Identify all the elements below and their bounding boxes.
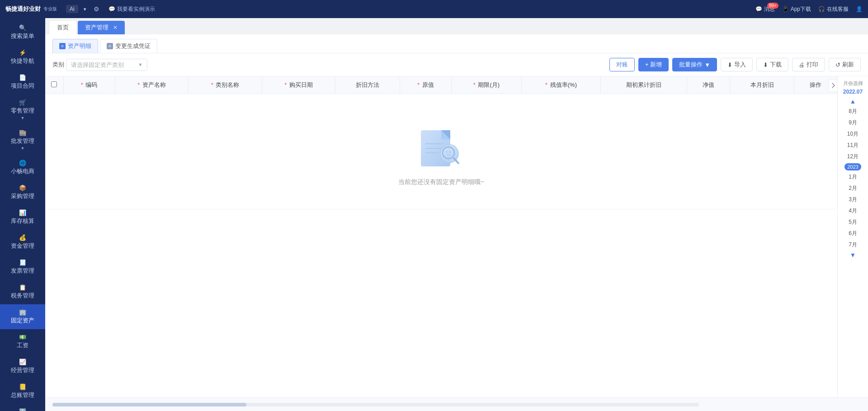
month-panel-up-button[interactable]: ▲ (850, 98, 856, 105)
month-item-7[interactable]: 7月 (838, 239, 868, 250)
message-button[interactable]: 💬 消息 99+ (755, 5, 775, 13)
chevron-down-icon: ▼ (21, 116, 25, 120)
category-label: 类别 (52, 61, 64, 69)
page-content: ≡ 资产明细 ≡ 变更生成凭证 类别 请选择固定资产类别 ▼ (45, 34, 868, 411)
purchase-icon: 📦 (19, 184, 26, 191)
month-item-1[interactable]: 1月 (838, 171, 868, 183)
sidebar-item-fund[interactable]: 💰 资金管理 (0, 230, 45, 255)
ecommerce-icon: 🌐 (19, 160, 26, 166)
horizontal-scrollbar[interactable] (52, 403, 699, 406)
month-item-8[interactable]: 8月 (838, 106, 868, 117)
operation-icon: 📈 (19, 359, 26, 365)
voucher-icon: ≡ (107, 43, 113, 49)
headset-icon: 🎧 (818, 6, 825, 12)
refresh-icon: ↺ (835, 61, 840, 68)
col-period-months: * 期限(月) (452, 76, 521, 94)
tax-icon: 📋 (19, 284, 26, 291)
search-icon: 🔍 (19, 24, 26, 31)
top-bar-right: 💬 消息 99+ 📱 App下载 🎧 在线客服 👤 (755, 5, 863, 13)
sidebar-item-label: 项目合同 (11, 82, 34, 90)
empty-state-row: 当前您还没有固定资产明细哦~ (45, 94, 837, 209)
col-asset-name: * 资产名称 (115, 76, 188, 94)
tab-bar: 首页 资产管理 ✕ (45, 18, 868, 34)
scrollbar-thumb[interactable] (52, 403, 246, 406)
user-avatar[interactable]: 👤 (856, 6, 863, 12)
month-panel: 月份选择 2022.07 ▲ 8月 9月 10月 11月 12月 2023 1月… (837, 76, 868, 397)
demo-link[interactable]: 💬 我要看实例演示 (108, 5, 155, 13)
month-item-9[interactable]: 9月 (838, 117, 868, 128)
wholesale-icon: 🏬 (19, 129, 26, 136)
sidebar-item-operation[interactable]: 📈 经营管理 (0, 354, 45, 379)
sub-tab-asset-detail[interactable]: ≡ 资产明细 (52, 39, 98, 53)
sub-tab-change-voucher[interactable]: ≡ 变更生成凭证 (100, 39, 157, 53)
sidebar-item-ledger[interactable]: 📒 总账管理 (0, 379, 45, 404)
demo-icon: 💬 (108, 6, 115, 12)
month-item-6[interactable]: 6月 (838, 228, 868, 239)
contract-icon: 📄 (19, 74, 26, 81)
sidebar-item-purchase[interactable]: 📦 采购管理 (0, 180, 45, 205)
month-panel-toggle[interactable] (829, 79, 837, 92)
sidebar-item-label: 固定资产 (11, 317, 34, 325)
empty-illustration (414, 126, 468, 171)
ledger-icon: 📒 (19, 383, 26, 390)
month-item-4[interactable]: 4月 (838, 205, 868, 217)
sidebar-item-quick-nav[interactable]: ⚡ 快捷导航 (0, 45, 45, 70)
tab-close-icon[interactable]: ✕ (113, 24, 118, 31)
month-item-11[interactable]: 11月 (838, 140, 868, 151)
batch-button[interactable]: 批量操作 ▼ (672, 58, 717, 71)
company-selector[interactable]: Ai (66, 5, 78, 13)
user-icon: 👤 (856, 6, 863, 12)
sidebar-item-search[interactable]: 🔍 搜索菜单 (0, 20, 45, 45)
sidebar-item-fixed-assets[interactable]: 🏢 固定资产 (0, 304, 45, 329)
sidebar-item-label: 批发管理 (11, 137, 34, 145)
asset-table: * 编码 * 资产名称 * 类别名称 (45, 76, 837, 209)
sidebar-item-ecommerce[interactable]: 🌐 小畅电商 (0, 155, 45, 180)
tab-home[interactable]: 首页 (50, 21, 76, 34)
month-item-2[interactable]: 2月 (838, 183, 868, 194)
import-icon: ⬇ (727, 61, 732, 68)
online-service-button[interactable]: 🎧 在线客服 (818, 5, 849, 13)
print-button[interactable]: 🖨 打印 (792, 58, 825, 71)
settings-icon[interactable]: ⚙ (94, 5, 99, 13)
chevron-down-icon: ▼ (21, 146, 25, 151)
month-item-5[interactable]: 5月 (838, 217, 868, 228)
month-item-3[interactable]: 3月 (838, 194, 868, 205)
add-button[interactable]: + 新增 (638, 58, 669, 71)
month-panel-title: 月份选择 (843, 80, 863, 87)
month-panel-down-button[interactable]: ▼ (850, 251, 856, 259)
app-download-button[interactable]: 📱 App下载 (782, 5, 811, 13)
sidebar-item-base-info[interactable]: ℹ️ 基础信息 (0, 404, 45, 411)
asset-detail-icon: ≡ (59, 43, 66, 49)
sidebar-item-tax[interactable]: 📋 税务管理 (0, 279, 45, 304)
sidebar-item-salary[interactable]: 💵 工资 (0, 329, 45, 354)
sidebar-item-invoice[interactable]: 🧾 发票管理 (0, 255, 45, 279)
match-button[interactable]: 对账 (609, 58, 635, 71)
sidebar-item-wholesale[interactable]: 🏬 批发管理 ▼ (0, 125, 45, 155)
month-panel-current-year[interactable]: 2022.07 (843, 89, 863, 95)
base-info-icon: ℹ️ (19, 408, 26, 411)
sidebar-item-label: 快捷导航 (11, 57, 34, 65)
sidebar-item-label: 经营管理 (11, 366, 34, 374)
retail-icon: 🛒 (19, 99, 26, 106)
category-select[interactable]: 请选择固定资产类别 (66, 59, 147, 71)
sidebar-item-inventory[interactable]: 📊 库存核算 (0, 205, 45, 230)
refresh-button[interactable]: ↺ 刷新 (829, 58, 861, 71)
sidebar-item-label: 搜索菜单 (11, 32, 34, 40)
download-button[interactable]: ⬇ 下载 (756, 58, 788, 71)
col-original-value: * 原值 (400, 76, 451, 94)
fund-icon: 💰 (19, 234, 26, 241)
month-item-10[interactable]: 10月 (838, 128, 868, 140)
month-item-12[interactable]: 12月 (838, 151, 868, 162)
company-dropdown-arrow[interactable]: ▼ (83, 7, 87, 12)
svg-point-10 (449, 151, 451, 153)
sidebar-item-retail[interactable]: 🛒 零售管理 ▼ (0, 94, 45, 125)
tab-asset-management[interactable]: 资产管理 ✕ (78, 21, 125, 34)
import-button[interactable]: ⬇ 导入 (721, 58, 753, 71)
col-residual-rate: * 残值率(%) (521, 76, 601, 94)
table-wrapper: * 编码 * 资产名称 * 类别名称 (45, 76, 837, 397)
sidebar-item-label: 工资 (17, 341, 28, 350)
sidebar-item-project-contract[interactable]: 📄 项目合同 (0, 70, 45, 94)
select-all-checkbox[interactable] (51, 81, 57, 87)
empty-text: 当前您还没有固定资产明细哦~ (398, 178, 484, 186)
phone-icon: 📱 (782, 6, 789, 12)
